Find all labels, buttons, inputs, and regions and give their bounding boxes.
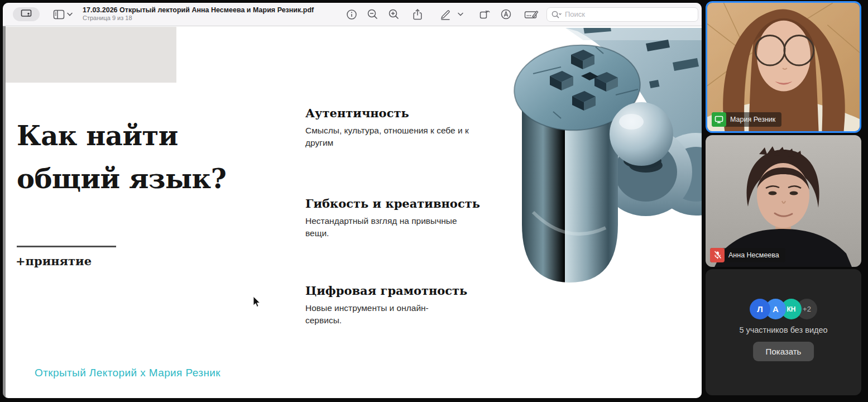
section-body-authenticity: Смыслы, культура, отношения к себе и к д…: [305, 125, 476, 149]
info-icon[interactable]: [346, 9, 357, 20]
mouse-cursor: [252, 296, 261, 308]
participant-name: Анна Несмеева: [728, 251, 779, 259]
zoom-out-icon[interactable]: [367, 8, 378, 20]
video-tile-maria[interactable]: Мария Резник: [706, 1, 861, 133]
hidden-participants-panel: Л А КН +2 5 участников без видео Показат…: [706, 269, 861, 395]
show-participants-button[interactable]: Показать: [753, 342, 814, 361]
section-title-authenticity: Аутентичность: [305, 106, 409, 120]
avatar: Л: [750, 299, 770, 319]
section-body-flexibility: Нестандартный взгляд на привычные вещи.: [305, 215, 481, 240]
share-icon[interactable]: [412, 8, 423, 21]
plus-note: +принятие: [16, 254, 92, 268]
nametag-maria: Мария Резник: [712, 112, 781, 127]
slide-heading-line2: общий язык?: [17, 157, 226, 200]
slide-heading-line1: Как найти: [17, 114, 226, 157]
document-title: 17.03.2026 Открытый лекторий Анна Несмее…: [83, 6, 314, 15]
chevron-down-icon: [67, 12, 73, 16]
slide-footer: Открытый Лекторий х Мария Резник: [35, 367, 220, 379]
screen-person-icon: [20, 9, 32, 20]
markup-pencil-icon[interactable]: [439, 8, 452, 20]
participant-name: Мария Резник: [730, 116, 775, 123]
mic-muted-icon: [710, 248, 725, 262]
video-tile-anna[interactable]: Анна Несмеева: [706, 135, 861, 267]
markup-chevron-icon[interactable]: [458, 12, 463, 16]
screen-share-icon: [712, 112, 726, 127]
section-body-digital: Новые инструменты и онлайн-сервисы.: [305, 302, 449, 327]
hidden-participants-label: 5 участников без видео: [706, 326, 861, 334]
section-title-flexibility: Гибкость и креативность: [305, 197, 480, 210]
screen: 17.03.2026 Открытый лекторий Анна Несмее…: [0, 0, 868, 402]
screen-share-pill-button[interactable]: [13, 7, 40, 21]
slide-heading: Как найти общий язык?: [17, 114, 226, 200]
document-title-block: 17.03.2026 Открытый лекторий Анна Несмее…: [83, 6, 314, 22]
sidebar-icon: [53, 9, 65, 20]
toolbar: 17.03.2026 Открытый лекторий Анна Несмее…: [3, 3, 702, 26]
rotate-icon[interactable]: [478, 8, 491, 20]
pdf-page: Как найти общий язык? +принятие Аутентич…: [6, 26, 702, 398]
zoom-in-icon[interactable]: [388, 8, 400, 20]
search-icon: [552, 11, 562, 18]
highlight-icon[interactable]: [500, 8, 512, 20]
divider-line: [17, 246, 116, 247]
signature-icon[interactable]: [524, 9, 539, 20]
avatar-row: Л А КН +2: [706, 299, 861, 319]
search-input[interactable]: [565, 10, 693, 18]
section-title-digital: Цифровая грамотность: [305, 284, 467, 298]
anna-portrait: [706, 135, 861, 267]
slide-corner-rect: [6, 27, 176, 83]
game-controller-image: [500, 28, 702, 286]
nametag-anna: Анна Несмеева: [710, 248, 785, 262]
search-field[interactable]: [546, 7, 698, 22]
preview-window: 17.03.2026 Открытый лекторий Анна Несмее…: [3, 3, 702, 398]
sidebar-toggle-button[interactable]: [53, 9, 73, 20]
page-status: Страница 9 из 18: [83, 15, 314, 22]
